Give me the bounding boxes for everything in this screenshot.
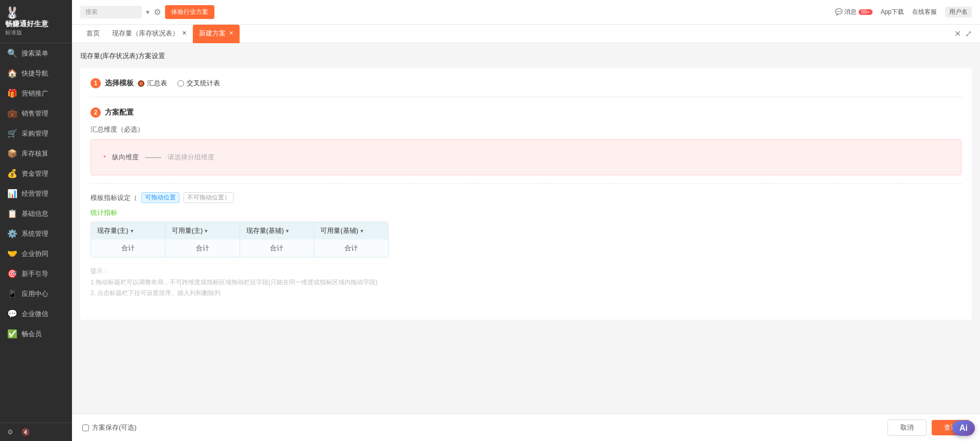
tab-close-icon[interactable]: ✕ [954, 29, 961, 39]
home-icon: 🏠 [7, 68, 17, 78]
app-edition: 标准版 [5, 29, 67, 36]
cart-icon: 🛒 [7, 128, 17, 138]
search-icon: 🔍 [7, 48, 17, 58]
indicator-section: 模板指标设定（ 可拖动位置 不可拖动位置） 统计指标 现存量(主) ▾ [90, 192, 961, 299]
step2-divider [90, 183, 961, 184]
sidebar-item-marketing[interactable]: 🎁 营销推广 [0, 83, 72, 103]
sidebar-item-label: 采购管理 [22, 129, 48, 138]
topbar-dropdown-icon[interactable]: ▾ [146, 8, 150, 16]
chevron-icon-1[interactable]: ▾ [205, 228, 208, 234]
save-checkbox-label[interactable]: 方案保存(可选) [82, 423, 882, 432]
settings-footer-icon[interactable]: ⚙ [7, 428, 13, 436]
stats-col-header-3[interactable]: 可用量(基辅) ▾ [314, 222, 388, 240]
non-draggable-badge: 不可拖动位置） [184, 192, 234, 203]
sidebar-item-label: 畅会员 [22, 329, 42, 339]
sidebar-item-operation[interactable]: 📊 经营管理 [0, 183, 72, 204]
sidebar-item-wechat[interactable]: 💬 企业微信 [0, 304, 72, 324]
sidebar-item-label: 系统管理 [22, 229, 48, 238]
sidebar-item-basic[interactable]: 📋 基础信息 [0, 204, 72, 224]
dim-area[interactable]: * 纵向维度 —— 请选择分组维度 [90, 139, 961, 175]
sidebar-item-search[interactable]: 🔍 搜索菜单 [0, 43, 72, 63]
radio-crosstab-label: 交叉统计表 [187, 79, 220, 88]
stats-cell-0: 合计 [91, 240, 166, 257]
box-icon: 📦 [7, 149, 17, 158]
topbar-settings-icon[interactable]: ⚙ [154, 7, 161, 17]
chevron-icon-3[interactable]: ▾ [360, 228, 364, 234]
sidebar-item-label: 企业微信 [22, 309, 48, 319]
industry-plan-button[interactable]: 体验行业方案 [165, 5, 214, 19]
draggable-badge: 可拖动位置 [141, 192, 179, 203]
ai-badge[interactable]: Ai [952, 420, 975, 436]
save-checkbox-input[interactable] [82, 425, 89, 431]
save-checkbox-text: 方案保存(可选) [92, 423, 137, 432]
sidebar-item-quick-nav[interactable]: 🏠 快捷导航 [0, 63, 72, 83]
sidebar-item-member[interactable]: ✅ 畅会员 [0, 324, 72, 344]
sidebar: 🐰 畅赚通好生意 标准版 🔍 搜索菜单 🏠 快捷导航 🎁 营销推广 💼 销售管理… [0, 0, 72, 441]
step2-num: 2 [90, 107, 101, 118]
tab-inventory-close-icon[interactable]: ✕ [182, 30, 187, 36]
tab-expand-icon[interactable]: ⤢ [965, 29, 972, 39]
sidebar-item-label: 新手引导 [22, 269, 48, 279]
user-name-display[interactable]: 用户名 [945, 7, 972, 17]
col-label-1: 可用量(主) [172, 226, 203, 235]
radio-crosstab-input[interactable] [177, 80, 184, 87]
footer-actions: 方案保存(可选) 取消 查询 [72, 414, 980, 441]
tabs-actions: ✕ ⤢ [954, 29, 972, 39]
chevron-icon-2[interactable]: ▾ [286, 228, 289, 234]
chevron-icon-0[interactable]: ▾ [131, 228, 134, 234]
tab-home[interactable]: 首页 [80, 25, 106, 43]
check-icon: ✅ [7, 329, 17, 339]
customer-service-link[interactable]: 在线客服 [912, 8, 937, 16]
sidebar-item-inventory[interactable]: 📦 库存核算 [0, 143, 72, 163]
step2-header: 2 方案配置 [90, 107, 961, 118]
radio-summary[interactable]: 汇总表 [138, 79, 167, 88]
dim-arrow-icon: —— [145, 153, 161, 162]
tab-inventory-status[interactable]: 现存量（库存状况表） ✕ [106, 25, 193, 43]
gift-icon: 🎁 [7, 88, 17, 98]
dim-placeholder-text[interactable]: 请选择分组维度 [168, 153, 214, 162]
tip2-text: 2. 点击标题栏下拉可设置排序、插入列和删除列 [90, 288, 961, 299]
stats-col-header-0[interactable]: 现存量(主) ▾ [91, 222, 166, 240]
tab-home-label: 首页 [86, 29, 100, 38]
message-badge: 99+ [859, 9, 873, 15]
sidebar-item-newbie[interactable]: 🎯 新手引导 [0, 264, 72, 284]
stats-col-header-2[interactable]: 现存量(基辅) ▾ [240, 222, 315, 240]
sidebar-item-system[interactable]: ⚙️ 系统管理 [0, 224, 72, 244]
sidebar-item-label: 销售管理 [22, 109, 48, 118]
topbar-right: 💬 消息 99+ App下载 在线客服 用户名 [835, 7, 972, 17]
tab-inventory-label: 现存量（库存状况表） [112, 29, 179, 38]
dim-vertical-label: 纵向维度 [112, 153, 139, 162]
radio-crosstab[interactable]: 交叉统计表 [177, 79, 220, 88]
sidebar-item-apps[interactable]: 📱 应用中心 [0, 284, 72, 304]
message-icon[interactable]: 💬 消息 99+ [835, 8, 873, 16]
main-area: 搜索 ▾ ⚙ 体验行业方案 💬 消息 99+ App下载 在线客服 用户名 首页… [72, 0, 980, 441]
gear-icon: ⚙️ [7, 229, 17, 238]
tab-new-plan[interactable]: 新建方案 ✕ [193, 25, 240, 43]
handshake-icon: 🤝 [7, 249, 17, 259]
list-icon: 📋 [7, 209, 17, 218]
stats-col-header-1[interactable]: 可用量(主) ▾ [166, 222, 240, 240]
sidebar-item-purchase[interactable]: 🛒 采购管理 [0, 123, 72, 143]
sidebar-logo: 🐰 畅赚通好生意 标准版 [0, 0, 72, 43]
tips-section: 提示： 1.拖动标题栏可以调整布局，不可跨维度或指标区域拖动栏目字段(只能在同一… [90, 266, 961, 299]
radio-summary-input[interactable] [138, 80, 144, 87]
audio-footer-icon[interactable]: 🔇 [22, 428, 30, 436]
sidebar-item-contract[interactable]: 🤝 企业协同 [0, 244, 72, 264]
stats-cell-3: 合计 [314, 240, 388, 257]
step2-title: 方案配置 [105, 108, 134, 117]
mobile-icon: 📱 [7, 289, 17, 299]
sidebar-item-label: 库存核算 [22, 149, 48, 158]
sales-icon: 💼 [7, 108, 17, 118]
sidebar-item-label: 搜索菜单 [22, 49, 48, 58]
app-download-link[interactable]: App下载 [881, 8, 904, 16]
step1-section: 1 选择模板 汇总表 交叉统计表 [90, 78, 961, 97]
radio-summary-label: 汇总表 [147, 79, 167, 88]
sidebar-item-finance[interactable]: 💰 资金管理 [0, 163, 72, 183]
tab-new-plan-close-icon[interactable]: ✕ [229, 30, 233, 36]
col-label-3: 可用量(基辅) [320, 226, 358, 235]
sidebar-item-sales[interactable]: 💼 销售管理 [0, 103, 72, 123]
sidebar-footer: ⚙ 🔇 [0, 422, 72, 441]
cancel-button[interactable]: 取消 [887, 419, 927, 436]
tip1-text: 1.拖动标题栏可以调整布局，不可跨维度或指标区域拖动栏目字段(只能在同一维度或指… [90, 277, 961, 288]
app-title: 畅赚通好生意 [5, 20, 67, 29]
